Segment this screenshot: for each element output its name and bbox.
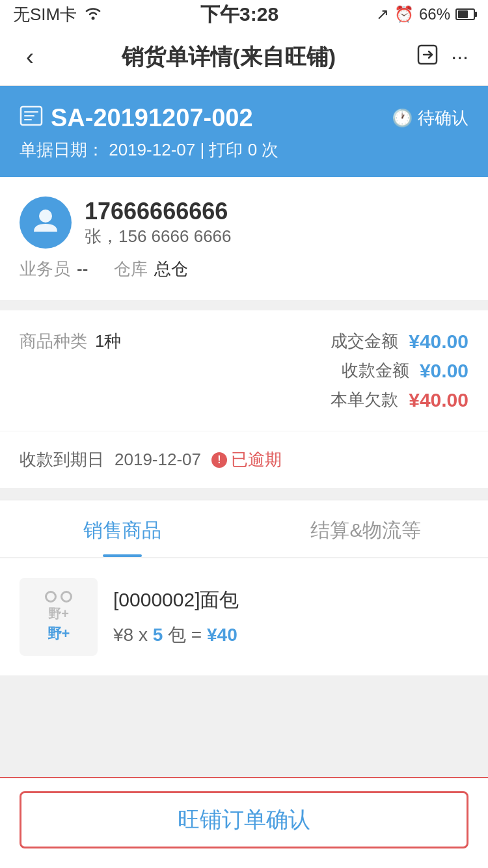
product-type-value: 1种 [95,330,121,353]
location-icon: ↗ [376,5,389,23]
product-qty: 5 [153,625,163,645]
carrier-text: 无SIM卡 [13,3,77,26]
customer-phone: 17666666666 [85,198,232,225]
summary-card: 商品种类 1种 成交金额 ¥40.00 收款金额 ¥0.00 本单欠款 ¥40.… [0,310,488,431]
product-total: ¥40 [207,625,237,645]
tabs-bar: 销售商品 结算&物流等 [0,500,488,557]
product-type-label: 商品种类 [20,330,87,353]
battery-icon [455,8,475,20]
product-price: ¥8 x 5 包 = ¥40 [113,623,468,647]
avatar [20,197,72,249]
product-info: [0000002]面包 ¥8 x 5 包 = ¥40 [113,587,468,647]
customer-info: 张，156 6666 6666 [85,225,232,248]
due-date-card: 收款到期日 2019-12-07 ! 已逾期 [0,431,488,488]
salesperson-value: -- [77,259,88,279]
customer-card: 17666666666 张，156 6666 6666 业务员 -- 仓库 总仓 [0,177,488,300]
summary-left: 商品种类 1种 [20,330,121,353]
overdue-badge: ! 已逾期 [211,448,282,471]
deal-amount-label: 成交金额 [331,330,398,353]
warehouse-label: 仓库 [114,258,148,280]
clock-icon: 🕐 [392,108,413,128]
customer-meta: 业务员 -- 仓库 总仓 [20,258,468,280]
bottom-bar: 旺铺订单确认 [0,777,488,868]
divider-2 [0,488,488,498]
order-header: SA-20191207-002 🕐 待确认 单据日期： 2019-12-07 |… [0,86,488,177]
order-id: SA-20191207-002 [20,104,253,132]
order-date: 单据日期： 2019-12-07 | 打印 0 次 [20,139,468,161]
order-icon [20,104,43,132]
status-time: 下午3:28 [200,1,278,28]
wifi-icon [83,5,103,25]
more-icon[interactable]: ··· [451,45,468,69]
receipt-amount-label: 收款金额 [342,359,409,382]
overdue-dot-icon: ! [211,452,227,468]
product-list: 野+ 野+ [0000002]面包 ¥8 x 5 包 = ¥40 [0,558,488,675]
owed-amount-label: 本单欠款 [331,388,398,411]
status-bar: 无SIM卡 下午3:28 ↗ ⏰ 66% [0,0,488,29]
share-icon[interactable] [417,44,438,70]
tab-products[interactable]: 销售商品 [0,500,244,557]
warehouse-value: 总仓 [154,258,188,280]
overdue-text: 已逾期 [231,448,282,471]
alarm-icon: ⏰ [394,5,414,23]
divider-1 [0,300,488,310]
due-date-label: 收款到期日 [20,448,104,471]
status-right: ↗ ⏰ 66% [376,5,475,23]
product-item: 野+ 野+ [0000002]面包 ¥8 x 5 包 = ¥40 [0,558,488,675]
due-date-value: 2019-12-07 [115,450,201,470]
status-left: 无SIM卡 [13,3,103,26]
user-icon [31,206,60,240]
back-button[interactable]: ‹ [20,37,40,77]
salesperson-label: 业务员 [20,258,70,280]
page-title: 销货单详情(来自旺铺) [122,42,336,72]
nav-actions: ··· [417,44,468,70]
order-status: 🕐 待确认 [392,107,468,129]
nav-bar: ‹ 销货单详情(来自旺铺) ··· [0,29,488,86]
owed-amount-value: ¥40.00 [409,389,468,411]
product-thumbnail: 野+ 野+ [20,578,98,656]
svg-point-3 [39,210,52,223]
confirm-order-button[interactable]: 旺铺订单确认 [20,791,468,848]
battery-percent: 66% [419,5,450,23]
deal-amount-value: ¥40.00 [409,331,468,353]
receipt-amount-value: ¥0.00 [420,360,468,382]
summary-right: 成交金额 ¥40.00 收款金额 ¥0.00 本单欠款 ¥40.00 [331,330,468,411]
tab-settlement[interactable]: 结算&物流等 [244,500,488,557]
svg-point-0 [92,16,95,20]
product-name: [0000002]面包 [113,587,468,614]
